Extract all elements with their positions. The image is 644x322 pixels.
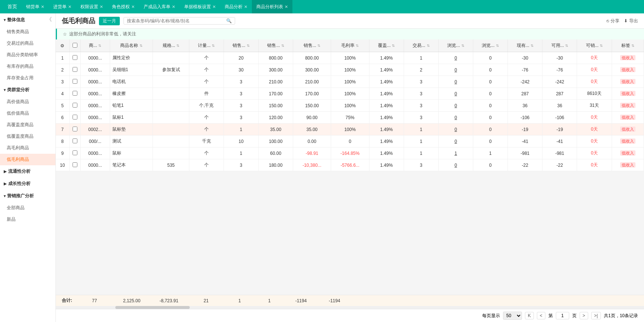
row-checkbox[interactable] [69,124,80,136]
nav-close-product-analysis[interactable]: ✕ [244,4,247,9]
nav-product-entry[interactable]: 产成品入库单 ✕ [139,0,180,13]
first-page-button[interactable]: K [525,312,534,319]
row-checkbox[interactable] [69,88,80,100]
col-available[interactable]: 可用... ⇅ [542,39,577,52]
page-number-input[interactable] [556,312,569,319]
row-name: 测试 [110,136,153,147]
search-input[interactable] [127,18,226,23]
sidebar-item-high-coverage[interactable]: 高覆盖度商品 [0,119,55,131]
sidebar-group-overall[interactable]: ▾ 整体信息 《 [0,13,55,26]
sidebar-item-new-products[interactable]: 新品 [0,214,55,225]
nav-close-product-entry[interactable]: ✕ [172,4,175,9]
sidebar-item-low-value[interactable]: 低价值商品 [0,108,55,119]
nav-product-list[interactable]: 商品分析列表 ✕ [252,0,292,13]
sidebar-item-low-coverage[interactable]: 低覆盖度商品 [0,131,55,142]
row-coverage: 1.49% [369,76,404,88]
row-checkbox[interactable] [69,76,80,88]
col-name[interactable]: 商品名称 ⇅ [110,39,153,52]
nav-role[interactable]: 角色授权 ✕ [108,0,139,13]
row-view1[interactable]: 0 [438,76,473,88]
row-view1[interactable]: 0 [438,112,473,124]
search-icon[interactable]: 🔍 [226,18,232,23]
row-checkbox[interactable] [69,159,80,171]
page-size-select[interactable]: 50 100 200 [503,312,522,320]
sidebar-item-inventory-fund[interactable]: 库存资金占用 [0,72,55,84]
row-view1[interactable]: 0 [438,88,473,100]
col-checkbox[interactable] [69,39,80,52]
row-view1[interactable]: 0 [438,136,473,147]
col-gross-margin[interactable]: 毛利率 ⇅ [331,39,369,52]
col-sellable[interactable]: 可销... ⇅ [577,39,612,52]
nav-close-purchase[interactable]: ✕ [68,4,71,9]
filter-recent-month-button[interactable]: 近一月 [99,17,120,25]
sidebar-item-low-margin[interactable]: 低毛利商品 [0,154,55,165]
nav-product-analysis[interactable]: 商品分析 ✕ [220,0,252,13]
row-checkbox[interactable] [69,136,80,147]
row-view2: 0 [473,112,508,124]
nav-permission[interactable]: 权限设置 ✕ [76,0,108,13]
sidebar-item-traded-products[interactable]: 交易过的商品 [0,38,55,49]
sidebar-group-cluster[interactable]: ▾ 类群堂分析 [0,84,55,96]
total-info: 共1页，10条记录 [604,313,638,319]
row-checkbox[interactable] [69,147,80,159]
last-page-button[interactable]: >| [591,312,601,319]
row-checkbox[interactable] [69,64,80,76]
nav-template[interactable]: 单据模板设置 ✕ [180,0,220,13]
row-sale-amount: 300.00 [259,64,293,76]
col-code[interactable]: 商... ⇅ [80,39,110,52]
nav-purchase[interactable]: 进货单 ✕ [49,0,76,13]
row-view1[interactable]: 0 [438,64,473,76]
scrollbar-thumb[interactable] [115,306,190,309]
sidebar-item-high-margin[interactable]: 高毛利商品 [0,142,55,154]
sidebar-item-all-products[interactable]: 全部商品 [0,202,55,214]
col-current-stock[interactable]: 现有... ⇅ [508,39,542,52]
prev-page-button[interactable]: < [537,312,545,319]
row-view1[interactable]: 0 [438,159,473,171]
row-view1[interactable]: 0 [438,124,473,136]
next-page-button[interactable]: > [580,312,588,319]
nav-sales[interactable]: 销货单 ✕ [22,0,49,13]
col-tag[interactable]: 标签 ⇅ [612,39,644,52]
table-row: 6 0000... 鼠标1 个 3 120.00 90.00 75% 1.49%… [56,112,644,124]
col-spec[interactable]: 规格... ⇅ [153,39,189,52]
row-view1[interactable]: 1 [438,147,473,159]
row-sale-amount: 150.00 [259,100,293,112]
col-unit[interactable]: 计量... ⇅ [189,39,224,52]
nav-close-product-list[interactable]: ✕ [285,4,288,9]
nav-home[interactable]: 首页 [3,0,22,13]
col-trade-count[interactable]: 交易... ⇅ [404,39,438,52]
sidebar-group-growth[interactable]: ▶ 成长性分析 [0,178,55,190]
row-checkbox[interactable] [69,52,80,64]
export-button[interactable]: ⬇ 导出 [624,18,638,24]
col-sale-amount[interactable]: 销售... ⇅ [259,39,293,52]
col-sale-count[interactable]: 销售... ⇅ [224,39,258,52]
row-coverage: 1.49% [369,112,404,124]
sidebar-item-sales-products[interactable]: 销售类商品 [0,26,55,38]
footer-sale-amount: 2,125.00 [117,298,147,303]
col-view2[interactable]: 浏览... ⇅ [473,39,508,52]
col-settings[interactable]: ⚙ [56,39,69,52]
select-all-checkbox[interactable] [73,43,77,48]
row-checkbox[interactable] [69,100,80,112]
row-name: 笔记本 [110,159,153,171]
sidebar-group-marketing[interactable]: ▾ 营销推广分析 [0,190,55,202]
row-checkbox[interactable] [69,112,80,124]
row-trade-count: 3 [404,159,438,171]
col-sale-profit[interactable]: 销售... ⇅ [293,39,331,52]
row-view1[interactable]: 0 [438,100,473,112]
nav-close-template[interactable]: ✕ [212,4,216,9]
row-sale-profit: 0.00 [293,136,331,147]
collapse-icon[interactable]: 《 [47,16,52,23]
col-view1[interactable]: 浏览... ⇅ [438,39,473,52]
horizontal-scrollbar[interactable] [56,306,644,309]
nav-close-permission[interactable]: ✕ [100,4,103,9]
nav-close-role[interactable]: ✕ [131,4,135,9]
sidebar-group-circulation[interactable]: ▶ 流通性分析 [0,165,55,178]
row-view1[interactable]: 0 [438,52,473,64]
sidebar-item-category-rate[interactable]: 商品分类助销率 [0,49,55,61]
col-coverage[interactable]: 覆盖... ⇅ [369,39,404,52]
nav-close-sales[interactable]: ✕ [41,4,44,9]
share-button[interactable]: ⎋ 分享 [606,18,619,24]
sidebar-item-high-value[interactable]: 高价值商品 [0,96,55,108]
sidebar-item-in-stock[interactable]: 有库存的商品 [0,61,55,72]
